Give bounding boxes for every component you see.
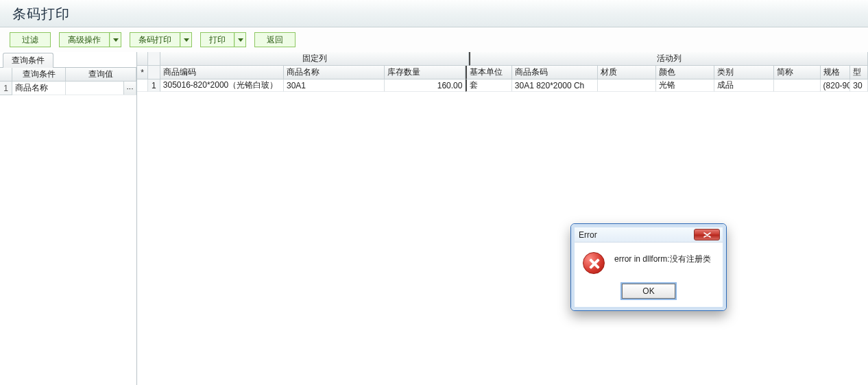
sidebar-cond-header: 查询条件	[12, 68, 66, 82]
group-fixed: 固定列	[160, 52, 469, 66]
col-mark	[137, 52, 148, 66]
window-title: 条码打印	[0, 0, 868, 27]
cell-category: 成品	[714, 79, 774, 92]
sidebar-row[interactable]: 1 商品名称 ···	[0, 82, 136, 95]
barcode-print-label: 条码打印	[130, 33, 180, 47]
group-active: 活动列	[469, 52, 868, 66]
col-spec[interactable]: 规格	[821, 66, 851, 79]
cell-code: 305016-820*2000（光铬白玻）	[160, 79, 284, 92]
col-code[interactable]: 商品编码	[160, 66, 284, 79]
cell-unit: 套	[466, 79, 511, 92]
col-name[interactable]: 商品名称	[284, 66, 385, 79]
barcode-print-button[interactable]: 条码打印	[130, 32, 192, 47]
col-rownum	[148, 52, 160, 66]
sidebar-val-header: 查询值	[66, 68, 136, 82]
col-material[interactable]: 材质	[598, 66, 656, 79]
error-dialog: Error error in dllform:没有注册类 OK	[570, 223, 727, 311]
ellipsis-button[interactable]: ···	[123, 82, 136, 95]
close-icon	[703, 232, 711, 238]
advanced-label: 高级操作	[60, 33, 110, 47]
cell-rownum: 1	[148, 79, 160, 92]
back-button[interactable]: 返回	[254, 32, 296, 47]
col-unit[interactable]: 基本单位	[466, 66, 511, 79]
chevron-down-icon[interactable]	[180, 33, 191, 47]
table-row[interactable]: 1 305016-820*2000（光铬白玻） 30A1 160.00 套 30…	[137, 79, 868, 92]
cell-name: 30A1	[284, 79, 385, 92]
ok-button[interactable]: OK	[622, 284, 675, 299]
chevron-down-icon[interactable]	[234, 33, 245, 47]
cell-cut: 30	[850, 79, 868, 92]
chevron-down-icon[interactable]	[110, 33, 121, 47]
col-barcode[interactable]: 商品条码	[512, 66, 598, 79]
sidebar: 查询条件 查询条件 查询值 1 商品名称 ···	[0, 52, 137, 385]
cell-color: 光铬	[656, 79, 714, 92]
sidebar-tab[interactable]: 查询条件	[3, 53, 53, 68]
print-button[interactable]: 打印	[200, 32, 246, 47]
col-cut[interactable]: 型	[850, 66, 868, 79]
cell-qty: 160.00	[385, 79, 466, 92]
main-grid: 固定列 活动列 * 商品编码 商品名称 库存数量 基本单位 商品条码 材质 颜色…	[137, 52, 868, 385]
cell-shortname	[774, 79, 820, 92]
cell-spec: (820-90	[821, 79, 851, 92]
toolbar: 过滤 高级操作 条码打印 打印 返回	[0, 27, 868, 52]
col-category[interactable]: 类别	[714, 66, 774, 79]
dialog-title: Error	[579, 230, 597, 240]
close-button[interactable]	[694, 229, 720, 240]
advanced-button[interactable]: 高级操作	[59, 32, 121, 47]
dialog-titlebar[interactable]: Error	[575, 227, 723, 243]
col-rownum[interactable]	[148, 66, 160, 79]
cell-material	[598, 79, 656, 92]
col-mark[interactable]: *	[137, 66, 148, 79]
cell-mark	[137, 79, 148, 92]
col-color[interactable]: 颜色	[656, 66, 714, 79]
cell-barcode: 30A1 820*2000 Ch	[512, 79, 598, 92]
sidebar-cond-cell: 商品名称	[12, 82, 66, 95]
sidebar-rownum-header	[0, 68, 12, 82]
dialog-message: error in dllform:没有注册类	[614, 252, 711, 274]
error-icon	[583, 252, 605, 274]
sidebar-rownum: 1	[0, 82, 12, 95]
print-label: 打印	[201, 33, 234, 47]
sidebar-val-cell[interactable]: ···	[66, 82, 136, 95]
filter-button[interactable]: 过滤	[10, 32, 51, 47]
col-qty[interactable]: 库存数量	[385, 66, 466, 79]
col-shortname[interactable]: 简称	[774, 66, 820, 79]
